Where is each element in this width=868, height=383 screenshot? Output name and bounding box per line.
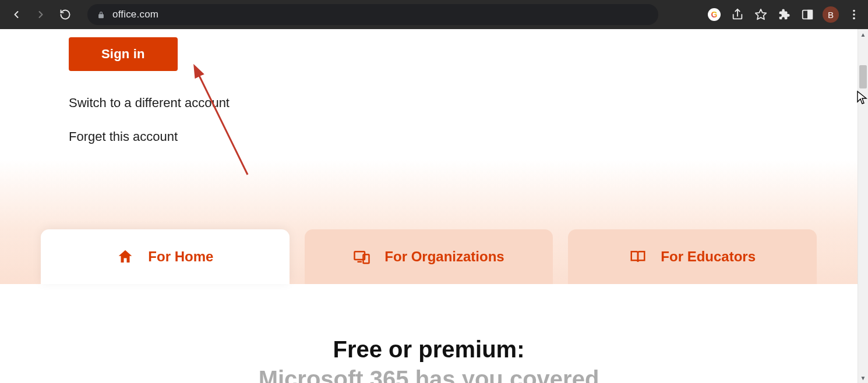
share-icon[interactable] <box>729 6 746 23</box>
kebab-menu-icon[interactable] <box>846 6 862 23</box>
tab-for-educators[interactable]: For Educators <box>568 229 817 284</box>
gradient-band <box>0 159 858 229</box>
vertical-scrollbar[interactable]: ▲ ▼ <box>858 29 868 383</box>
google-account-icon[interactable]: G <box>706 6 722 23</box>
tab-label: For Home <box>148 249 213 265</box>
switch-account-link[interactable]: Switch to a different account <box>69 95 858 111</box>
tab-label: For Educators <box>661 249 756 265</box>
extensions-icon[interactable] <box>776 6 792 23</box>
page-content: Sign in Switch to a different account Fo… <box>0 29 858 383</box>
home-icon <box>117 248 134 265</box>
svg-marker-1 <box>756 9 766 19</box>
lock-icon <box>97 10 105 19</box>
scroll-up-arrow-icon[interactable]: ▲ <box>858 29 868 40</box>
profile-avatar[interactable]: B <box>823 6 839 23</box>
url-text: office.com <box>112 9 158 20</box>
side-panel-icon[interactable] <box>799 6 816 23</box>
browser-toolbar: office.com G B <box>0 0 868 29</box>
forward-button[interactable] <box>30 4 51 25</box>
star-icon[interactable] <box>753 6 769 23</box>
reload-button[interactable] <box>55 4 76 25</box>
scroll-thumb[interactable] <box>859 65 867 88</box>
back-button[interactable] <box>6 4 27 25</box>
tabs-section: For Home For Organizations For Educators <box>0 229 858 284</box>
sign-in-button[interactable]: Sign in <box>69 37 178 71</box>
content-panel: Free or premium: Microsoft 365 has you c… <box>41 284 817 383</box>
headline-line1: Free or premium: <box>64 336 793 363</box>
scroll-down-arrow-icon[interactable]: ▼ <box>858 373 868 383</box>
svg-point-6 <box>853 17 855 20</box>
headline-line2: Microsoft 365 has you covered <box>64 366 793 383</box>
tab-for-organizations[interactable]: For Organizations <box>305 229 553 284</box>
tab-for-home[interactable]: For Home <box>41 229 290 284</box>
tab-label: For Organizations <box>384 249 504 265</box>
svg-point-5 <box>853 13 855 16</box>
devices-icon <box>353 248 371 265</box>
forget-account-link[interactable]: Forget this account <box>69 129 858 144</box>
svg-point-4 <box>853 10 855 12</box>
toolbar-right: G B <box>706 6 862 23</box>
profile-initial: B <box>828 10 834 20</box>
book-icon <box>629 248 647 265</box>
account-area: Sign in Switch to a different account Fo… <box>0 29 858 159</box>
address-bar[interactable]: office.com <box>87 4 658 25</box>
svg-rect-3 <box>808 10 812 19</box>
